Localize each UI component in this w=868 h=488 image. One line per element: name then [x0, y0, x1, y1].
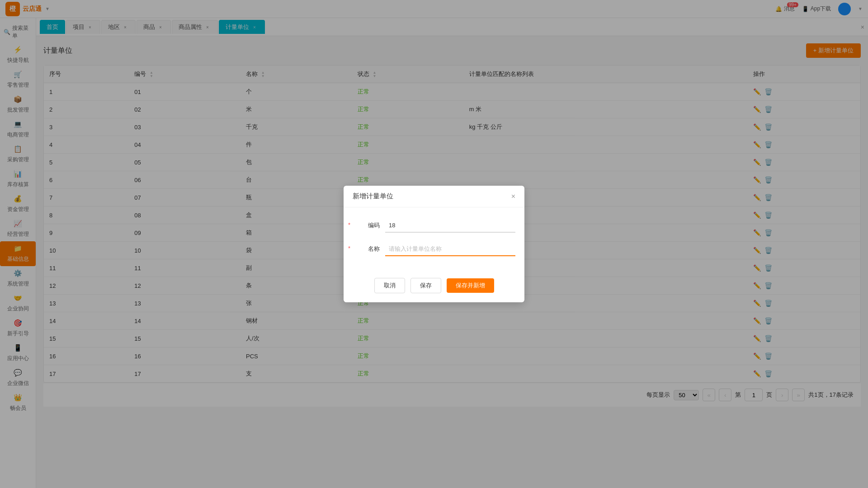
save-button[interactable]: 保存 — [410, 278, 441, 293]
name-input[interactable] — [385, 242, 515, 256]
modal-footer: 取消 保存 保存并新增 — [344, 272, 524, 302]
modal-close-button[interactable]: × — [511, 192, 515, 201]
cancel-button[interactable]: 取消 — [374, 278, 405, 293]
form-item-code: 编码 — [353, 218, 515, 233]
code-input[interactable] — [385, 218, 515, 233]
code-label: 编码 — [353, 221, 380, 230]
save-and-new-button[interactable]: 保存并新增 — [447, 278, 494, 293]
modal-body: 编码 名称 — [344, 207, 524, 272]
modal-overlay: 新增计量单位 × 编码 名称 取消 保存 保存并新增 — [0, 0, 868, 488]
add-measure-unit-modal: 新增计量单位 × 编码 名称 取消 保存 保存并新增 — [344, 186, 524, 302]
form-item-name: 名称 — [353, 242, 515, 256]
name-label: 名称 — [353, 245, 380, 253]
modal-title: 新增计量单位 — [353, 192, 393, 201]
modal-header: 新增计量单位 × — [344, 186, 524, 207]
